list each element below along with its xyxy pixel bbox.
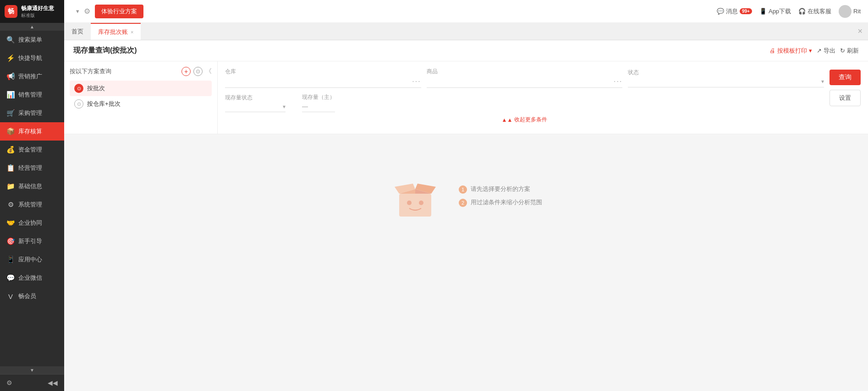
sidebar-item-basic[interactable]: 📁 基础信息 xyxy=(0,177,64,196)
collapse-up-icon: ▲▲ xyxy=(502,117,513,123)
user-area[interactable]: Rit xyxy=(839,5,861,18)
tabs-right: × xyxy=(857,27,868,36)
refresh-icon: ↻ xyxy=(840,47,845,54)
qty-dash: — xyxy=(302,103,308,110)
plan-add-btn[interactable]: + xyxy=(181,67,191,76)
sidebar-item-label: 系统管理 xyxy=(18,201,42,209)
sidebar-nav: 🔍 搜索菜单 ⚡ 快捷导航 📢 营销推广 📊 销售管理 🛒 采购管理 📦 库存核… xyxy=(0,31,64,366)
filter-inventory-status-wrap[interactable]: ▾ xyxy=(225,103,286,112)
sidebar-item-label: 资金管理 xyxy=(18,146,42,154)
svg-point-6 xyxy=(419,201,423,205)
sidebar-item-purchase[interactable]: 🛒 采购管理 xyxy=(0,104,64,122)
search-icon: 🔍 xyxy=(6,36,15,44)
close-all-tabs-icon[interactable]: × xyxy=(857,27,863,36)
sidebar-item-member[interactable]: V 畅会员 xyxy=(0,287,64,305)
app-download-btn[interactable]: 📱 App下载 xyxy=(759,7,791,16)
tip-num-2: 2 xyxy=(459,199,467,207)
messages-btn[interactable]: 💬 消息 99+ xyxy=(717,7,752,16)
filter-product-input[interactable] xyxy=(427,78,614,85)
status-chevron-icon[interactable]: ▾ xyxy=(821,78,824,85)
filter-status-input[interactable] xyxy=(628,78,821,85)
sidebar-item-label: 新手引导 xyxy=(18,237,42,245)
plan-panel-actions: + ⊙ 《 xyxy=(181,67,212,76)
sidebar-item-system[interactable]: ⚙ 系统管理 xyxy=(0,196,64,214)
page-content: 现存量查询(按批次) 🖨 按模板打印 ▾ ↗ 导出 ↻ 刷新 xyxy=(64,40,868,391)
message-icon: 💬 xyxy=(717,8,724,15)
sidebar-item-enterprise[interactable]: 🤝 企业协同 xyxy=(0,214,64,232)
sidebar-item-label: 销售管理 xyxy=(18,91,42,99)
filter-warehouse-field: 仓库 ··· xyxy=(225,68,421,88)
filter-warehouse-label: 仓库 xyxy=(225,68,421,76)
filter-collapse-row[interactable]: ▲▲ 收起更多条件 xyxy=(225,112,824,127)
footer-settings-icon[interactable]: ⚙ xyxy=(6,379,12,386)
print-dropdown-icon[interactable]: ▾ xyxy=(809,47,812,54)
template-print-btn[interactable]: 🖨 按模板打印 ▾ xyxy=(769,47,812,55)
filter-settings-btn[interactable]: 设置 xyxy=(830,90,861,106)
apps-icon: 📱 xyxy=(6,255,15,264)
footer-collapse-icon[interactable]: ◀◀ xyxy=(48,379,58,386)
export-btn[interactable]: ↗ 导出 xyxy=(817,47,835,55)
empty-tips: 1 请先选择要分析的方案 2 用过滤条件来缩小分析范围 xyxy=(459,185,542,207)
page-header-actions: 🖨 按模板打印 ▾ ↗ 导出 ↻ 刷新 xyxy=(769,47,859,55)
plan-collapse-btn[interactable]: 《 xyxy=(205,67,212,76)
page-title: 现存量查询(按批次) xyxy=(73,46,137,55)
refresh-btn[interactable]: ↻ 刷新 xyxy=(840,47,859,55)
filter-inventory-status-label: 现存量状态 xyxy=(225,94,286,102)
topbar: ▾ ⚙ 体验行业方案 💬 消息 99+ 📱 App下载 🎧 在线客服 Rit xyxy=(64,0,868,23)
plan-item-by-warehouse-batch[interactable]: ⊙ 按仓库+批次 xyxy=(70,96,212,112)
empty-tip-2: 2 用过滤条件来缩小分析范围 xyxy=(459,198,542,207)
query-btn[interactable]: 查询 xyxy=(830,70,861,85)
tab-close-icon[interactable]: × xyxy=(131,29,133,35)
guide-icon: 🎯 xyxy=(6,237,15,245)
sales-icon: 📊 xyxy=(6,91,15,99)
filter-row-2: 现存量状态 ▾ 现存量（主） — xyxy=(225,93,824,112)
tab-inventory-batch[interactable]: 库存批次账 × xyxy=(91,23,141,40)
sidebar-item-operation[interactable]: 📋 经营管理 xyxy=(0,159,64,177)
plan-panel-title: 按以下方案查询 xyxy=(70,67,111,76)
filter-actions: 查询 设置 xyxy=(830,68,861,106)
filter-warehouse-input[interactable] xyxy=(225,78,412,85)
main-area: ▾ ⚙ 体验行业方案 💬 消息 99+ 📱 App下载 🎧 在线客服 Rit xyxy=(64,0,868,391)
collapse-label: 收起更多条件 xyxy=(514,116,547,124)
plan-settings-btn[interactable]: ⊙ xyxy=(193,67,203,76)
empty-state: 1 请先选择要分析的方案 2 用过滤条件来缩小分析范围 xyxy=(64,134,868,258)
trial-btn[interactable]: 体验行业方案 xyxy=(95,5,143,18)
sidebar-scroll-down[interactable]: ▼ xyxy=(0,366,64,374)
user-name: Rit xyxy=(853,8,861,15)
svg-point-5 xyxy=(407,201,412,205)
product-dots-icon[interactable]: ··· xyxy=(614,77,622,86)
sidebar-item-apps[interactable]: 📱 应用中心 xyxy=(0,250,64,269)
sidebar-footer: ⚙ ◀◀ xyxy=(0,374,64,391)
sidebar-item-sales[interactable]: 📊 销售管理 xyxy=(0,86,64,104)
sidebar-item-label: 快捷导航 xyxy=(18,54,42,62)
sidebar-logo: 畅 xyxy=(5,5,17,18)
warehouse-dots-icon[interactable]: ··· xyxy=(412,77,421,86)
sidebar-item-label: 应用中心 xyxy=(18,255,42,264)
sidebar-item-label: 基础信息 xyxy=(18,182,42,190)
export-icon: ↗ xyxy=(817,47,822,54)
sidebar-scroll-up[interactable]: ▲ xyxy=(0,23,64,31)
plan-item-by-batch[interactable]: ⊙ 按批次 xyxy=(70,81,212,96)
app-icon: 📱 xyxy=(759,8,767,15)
sidebar-item-guide[interactable]: 🎯 新手引导 xyxy=(0,232,64,250)
filter-row-1: 仓库 ··· 商品 ··· xyxy=(225,68,824,88)
sidebar-item-label: 搜索菜单 xyxy=(18,36,42,44)
tabs-bar: 首页 库存批次账 × × xyxy=(64,23,868,40)
tab-home[interactable]: 首页 xyxy=(64,23,91,40)
sidebar-brand: 畅康通好生意 标准版 xyxy=(21,5,54,19)
filter-product-input-wrap: ··· xyxy=(427,77,623,88)
online-service-btn[interactable]: 🎧 在线客服 xyxy=(798,7,831,16)
sidebar-item-label: 采购管理 xyxy=(18,109,42,117)
sidebar-item-wechat[interactable]: 💬 企业微信 xyxy=(0,269,64,287)
inventory-status-chevron[interactable]: ▾ xyxy=(283,103,286,110)
filter-status-label: 状态 xyxy=(628,69,824,76)
tab-home-label: 首页 xyxy=(71,27,83,36)
sidebar-item-marketing[interactable]: 📢 营销推广 xyxy=(0,67,64,86)
plan-item-label: 按批次 xyxy=(87,84,105,92)
topbar-settings-icon[interactable]: ⚙ xyxy=(84,7,90,16)
topbar-dropdown-icon[interactable]: ▾ xyxy=(76,8,79,15)
sidebar-item-shortcut[interactable]: ⚡ 快捷导航 xyxy=(0,49,64,67)
sidebar-item-search[interactable]: 🔍 搜索菜单 xyxy=(0,31,64,49)
sidebar-item-inventory[interactable]: 📦 库存核算 xyxy=(0,122,64,141)
sidebar-item-finance[interactable]: 💰 资金管理 xyxy=(0,141,64,159)
